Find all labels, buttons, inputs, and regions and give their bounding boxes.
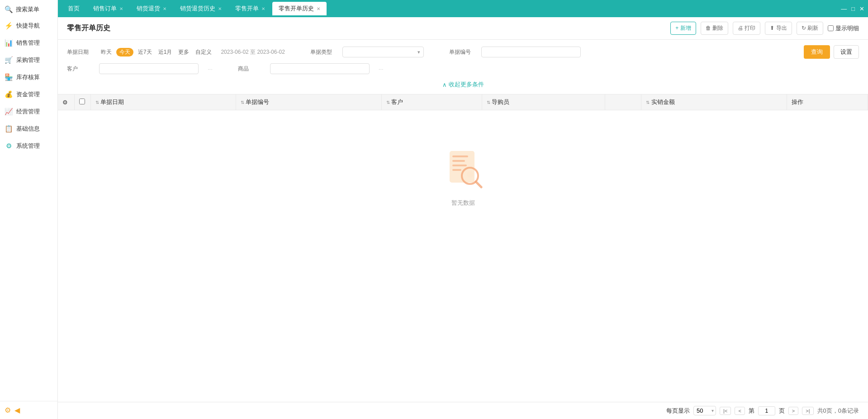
show-detail-label: 显示明细: [835, 24, 859, 33]
col-amount-label: 实销金额: [651, 99, 675, 105]
collapse-filter-btn[interactable]: ∧ 收起更多条件: [67, 79, 859, 90]
tab-sales-return-history[interactable]: 销货退货历史 ✕: [174, 2, 228, 15]
date-range-display: 2023-06-02 至 2023-06-02: [221, 48, 285, 56]
sidebar-item-inventory[interactable]: 🏪 库存核算: [0, 69, 57, 86]
sidebar-item-finance[interactable]: 💰 资金管理: [0, 86, 57, 103]
window-minimize-btn[interactable]: —: [841, 5, 847, 12]
date-custom[interactable]: 自定义: [194, 48, 213, 56]
finance-icon: 💰: [5, 90, 13, 99]
data-table: ⚙ ⇅ 单据日期 ⇅ 单据编号 ⇅ 客户: [58, 94, 868, 110]
toolbar: + 新增 🗑 删除 🖨 打印 ⬆ 导出 ↻ 刷新 显示明细: [670, 22, 859, 35]
sidebar-search[interactable]: 🔍 搜索菜单: [0, 0, 57, 17]
tab-retail-history[interactable]: 零售开单历史 ✕: [272, 2, 327, 15]
sidebar-search-label: 搜索菜单: [16, 5, 39, 14]
tab-sales-return-close[interactable]: ✕: [163, 6, 166, 11]
tab-retail-history-close[interactable]: ✕: [317, 6, 320, 11]
date-last-month[interactable]: 近1月: [157, 48, 174, 56]
tab-retail-open-close[interactable]: ✕: [261, 6, 265, 11]
type-select[interactable]: [342, 47, 424, 57]
tab-sales-return-label: 销货退货: [137, 5, 160, 13]
sidebar-item-system-mgmt[interactable]: ⚙ 系统管理: [0, 137, 57, 155]
sidebar-item-label: 销售管理: [16, 39, 40, 47]
page-title: 零售开单历史: [67, 24, 110, 33]
filter-settings-button[interactable]: 设置: [834, 45, 859, 59]
th-date[interactable]: ⇅ 单据日期: [90, 94, 236, 110]
window-close-btn[interactable]: ✕: [859, 5, 864, 12]
sidebar: 🔍 搜索菜单 ⚡ 快捷导航 📊 销售管理 🛒 采购管理 🏪 库存核算 💰 资金管…: [0, 0, 58, 419]
add-button[interactable]: + 新增: [670, 22, 696, 35]
page-input[interactable]: 1: [758, 406, 775, 415]
query-button[interactable]: 查询: [804, 45, 830, 59]
date-today[interactable]: 今天: [116, 48, 133, 56]
show-detail-checkbox[interactable]: 显示明细: [828, 24, 859, 33]
th-amount[interactable]: ⇅ 实销金额: [641, 94, 787, 110]
empty-text: 暂无数据: [451, 199, 475, 207]
customer-filter-input[interactable]: [99, 63, 199, 74]
prev-page-btn[interactable]: <: [735, 407, 745, 415]
th-number[interactable]: ⇅ 单据编号: [236, 94, 382, 110]
column-settings-icon[interactable]: ⚙: [62, 99, 68, 106]
date-filter-label: 单据日期: [67, 48, 92, 56]
sort-icon-number: ⇅: [241, 100, 244, 105]
first-page-btn[interactable]: |<: [720, 407, 731, 415]
delete-button[interactable]: 🗑 删除: [701, 22, 728, 35]
customer-dots-btn[interactable]: ···: [208, 66, 213, 72]
select-all-checkbox[interactable]: [79, 99, 85, 104]
show-detail-input[interactable]: [828, 25, 834, 31]
col-customer-label: 客户: [391, 99, 403, 105]
goods-filter-label: 商品: [238, 65, 263, 73]
pagination: 每页显示 50 100 200 |< < 第 1 页 > >| 共0页，0条记录: [58, 402, 868, 419]
col-date-label: 单据日期: [100, 99, 124, 105]
th-settings[interactable]: ⚙: [58, 94, 74, 110]
page-size-select[interactable]: 50 100 200: [693, 406, 716, 415]
sidebar-item-operation[interactable]: 📈 经营管理: [0, 103, 57, 120]
th-salesperson[interactable]: ⇅ 导购员: [482, 94, 605, 110]
sidebar-item-sales-mgmt[interactable]: 📊 销售管理: [0, 34, 57, 52]
th-customer[interactable]: ⇅ 客户: [381, 94, 482, 110]
tab-sales-return[interactable]: 销货退货 ✕: [130, 2, 173, 15]
sidebar-item-basic-info[interactable]: 📋 基础信息: [0, 120, 57, 137]
date-more[interactable]: 更多: [176, 48, 191, 56]
tab-home[interactable]: 首页: [62, 2, 86, 15]
window-maximize-btn[interactable]: □: [851, 5, 855, 12]
date-last7[interactable]: 近7天: [136, 48, 154, 56]
sidebar-item-quick-nav[interactable]: ⚡ 快捷导航: [0, 17, 57, 34]
tab-sales-order[interactable]: 销售订单 ✕: [87, 2, 129, 15]
col-operation-label: 操作: [792, 99, 803, 105]
th-operation: 操作: [787, 94, 868, 110]
purchase-mgmt-icon: 🛒: [5, 56, 13, 64]
tab-sales-return-history-close[interactable]: ✕: [218, 6, 222, 11]
date-shortcuts: 昨天 今天 近7天 近1月 更多 自定义: [99, 48, 213, 56]
svg-point-7: [467, 171, 473, 178]
sales-mgmt-icon: 📊: [5, 39, 13, 47]
goods-filter-input[interactable]: [270, 63, 370, 74]
operation-icon: 📈: [5, 108, 13, 116]
refresh-button[interactable]: ↻ 刷新: [797, 22, 823, 35]
total-info: 共0页，0条记录: [817, 407, 859, 415]
date-yesterday[interactable]: 昨天: [99, 48, 114, 56]
quick-nav-icon: ⚡: [5, 22, 13, 30]
settings-bottom-icon[interactable]: ⚙: [5, 406, 11, 414]
tab-retail-open-label: 零售开单: [235, 5, 259, 13]
sort-icon: ⇅: [95, 100, 99, 105]
print-button[interactable]: 🖨 打印: [733, 22, 760, 35]
collapse-sidebar-icon[interactable]: ◀: [14, 406, 20, 414]
th-spacer: [605, 94, 641, 110]
th-checkbox[interactable]: [74, 94, 90, 110]
sidebar-item-purchase-mgmt[interactable]: 🛒 采购管理: [0, 52, 57, 69]
number-filter-label: 单据编号: [449, 48, 474, 56]
goods-dots-btn[interactable]: ···: [379, 66, 384, 72]
col-salesperson-label: 导购员: [492, 99, 509, 105]
next-page-btn[interactable]: >: [788, 407, 798, 415]
sidebar-item-label: 采购管理: [16, 56, 40, 64]
tab-sales-order-close[interactable]: ✕: [119, 6, 123, 11]
inventory-icon: 🏪: [5, 73, 13, 81]
tab-retail-open[interactable]: 零售开单 ✕: [229, 2, 271, 15]
last-page-btn[interactable]: >|: [802, 407, 813, 415]
export-button[interactable]: ⬆ 导出: [765, 22, 792, 35]
sort-icon-customer: ⇅: [386, 100, 390, 105]
type-select-wrap: [342, 47, 424, 57]
number-filter-input[interactable]: [481, 47, 581, 57]
svg-rect-3: [452, 165, 467, 166]
empty-state: 暂无数据: [58, 110, 868, 234]
